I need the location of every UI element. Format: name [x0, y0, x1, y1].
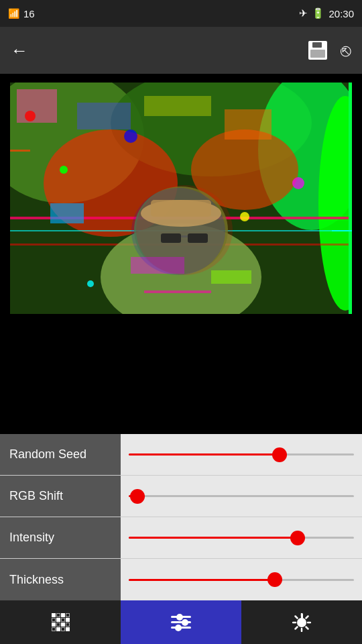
- svg-rect-16: [50, 203, 84, 223]
- svg-point-21: [124, 129, 137, 143]
- svg-rect-15: [225, 109, 272, 140]
- svg-rect-12: [17, 89, 57, 123]
- svg-point-22: [240, 212, 249, 221]
- rgb-shift-thumb[interactable]: [130, 489, 145, 504]
- random-seed-slider-area[interactable]: [121, 434, 362, 475]
- thickness-slider-area[interactable]: [121, 559, 362, 600]
- svg-point-36: [298, 619, 306, 627]
- svg-rect-14: [144, 96, 211, 116]
- notification-icon: 📶: [8, 8, 19, 19]
- svg-point-19: [25, 111, 36, 121]
- toolbar: ← ⎋: [0, 27, 362, 74]
- sun-icon: [292, 613, 311, 632]
- random-seed-row: Random Seed: [0, 434, 362, 476]
- svg-line-44: [296, 627, 298, 629]
- thickness-track[interactable]: [129, 579, 354, 581]
- svg-point-23: [292, 177, 304, 189]
- thickness-row: Thickness: [0, 559, 362, 600]
- svg-point-24: [87, 280, 94, 287]
- svg-line-41: [296, 616, 298, 618]
- back-icon: ←: [11, 40, 28, 60]
- save-button[interactable]: [308, 41, 327, 60]
- glitch-image: [10, 83, 352, 314]
- rgb-shift-track[interactable]: [129, 495, 354, 497]
- battery-icon: 🔋: [312, 7, 324, 19]
- svg-rect-33: [10, 150, 30, 152]
- sliders-icon: [171, 616, 191, 629]
- thickness-thumb[interactable]: [267, 572, 282, 587]
- random-seed-fill: [129, 453, 280, 455]
- status-number: 16: [23, 8, 35, 19]
- back-button[interactable]: ←: [11, 40, 28, 61]
- svg-line-43: [306, 616, 308, 618]
- intensity-fill: [129, 537, 298, 539]
- svg-rect-18: [211, 270, 251, 284]
- thickness-label: Thickness: [0, 559, 121, 600]
- rgb-shift-row: RGB Shift: [0, 476, 362, 517]
- random-seed-track[interactable]: [129, 453, 354, 455]
- svg-rect-35: [144, 290, 211, 293]
- rgb-shift-slider-area[interactable]: [121, 476, 362, 517]
- svg-rect-31: [181, 235, 188, 237]
- share-button[interactable]: ⎋: [341, 40, 351, 61]
- intensity-row: Intensity: [0, 517, 362, 559]
- svg-rect-13: [77, 103, 131, 129]
- thickness-fill: [129, 579, 275, 581]
- svg-line-42: [306, 627, 308, 629]
- intensity-track[interactable]: [129, 537, 354, 539]
- random-seed-thumb[interactable]: [272, 447, 287, 462]
- intensity-thumb[interactable]: [290, 531, 305, 545]
- svg-rect-29: [161, 233, 181, 243]
- dither-icon: [52, 613, 70, 631]
- share-icon: ⎋: [341, 40, 351, 60]
- save-icon: [308, 41, 327, 60]
- status-time: 20:30: [328, 8, 354, 19]
- svg-rect-32: [349, 83, 352, 314]
- intensity-label: Intensity: [0, 517, 121, 558]
- bottom-nav: [0, 600, 362, 644]
- random-seed-label: Random Seed: [0, 434, 121, 475]
- nav-item-brightness[interactable]: [241, 600, 362, 644]
- controls-panel: Random Seed RGB Shift Intensity: [0, 434, 362, 600]
- svg-rect-30: [188, 233, 208, 243]
- status-bar: 📶 16 ✈ 🔋 20:30: [0, 0, 362, 27]
- nav-item-dither[interactable]: [0, 600, 121, 644]
- svg-point-20: [60, 166, 68, 174]
- rgb-shift-label: RGB Shift: [0, 476, 121, 517]
- svg-rect-34: [332, 230, 352, 231]
- image-area: [0, 74, 362, 322]
- airplane-icon: ✈: [299, 7, 308, 19]
- intensity-slider-area[interactable]: [121, 517, 362, 558]
- svg-rect-28: [151, 200, 211, 217]
- nav-item-sliders[interactable]: [121, 600, 241, 644]
